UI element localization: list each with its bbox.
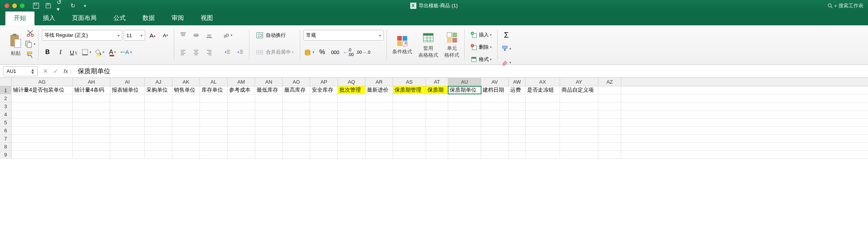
column-header-AI[interactable]: AI (110, 78, 145, 86)
cell-AQ2[interactable] (338, 94, 365, 102)
cell-AV5[interactable] (481, 118, 509, 126)
cell-AG4[interactable] (11, 110, 73, 118)
cell-AI9[interactable] (110, 151, 145, 158)
cell-AJ8[interactable] (145, 143, 172, 150)
cell-AM1[interactable]: 参考成本 (228, 86, 255, 94)
tab-view[interactable]: 视图 (192, 11, 221, 25)
cell-AR3[interactable] (365, 102, 393, 110)
cell-AH3[interactable] (73, 102, 110, 110)
cell-AN1[interactable]: 最低库存 (255, 86, 283, 94)
cell-AY2[interactable] (560, 94, 598, 102)
cell-AZ8[interactable] (598, 143, 621, 150)
cell-AM5[interactable] (228, 118, 255, 126)
tab-insert[interactable]: 插入 (34, 11, 64, 25)
cell-AQ3[interactable] (338, 102, 365, 110)
cell-AV1[interactable]: 建档日期 (481, 86, 509, 94)
cell-AK8[interactable] (172, 143, 200, 150)
cell-AX7[interactable] (526, 135, 560, 142)
cell-AQ1[interactable]: 批次管理 (338, 86, 365, 94)
cell-AU2[interactable] (448, 94, 481, 102)
cell-AW3[interactable] (509, 102, 526, 110)
row-header-5[interactable]: 5 (0, 118, 11, 126)
currency-button[interactable] (303, 46, 315, 58)
align-right-button[interactable] (203, 46, 215, 58)
cell-AK3[interactable] (172, 102, 200, 110)
cell-AI1[interactable]: 报表辅单位 (110, 86, 145, 94)
cell-AQ7[interactable] (338, 135, 365, 142)
cell-AK6[interactable] (172, 127, 200, 134)
merge-center-button[interactable]: 合并后居中 (252, 46, 297, 58)
cell-AP2[interactable] (310, 94, 338, 102)
fx-icon[interactable]: fx (64, 68, 68, 74)
row-header-7[interactable]: 7 (0, 135, 11, 142)
column-header-AH[interactable]: AH (73, 78, 110, 86)
cell-AJ3[interactable] (145, 102, 172, 110)
cell-AP6[interactable] (310, 127, 338, 134)
column-header-AW[interactable]: AW (509, 78, 526, 86)
cell-AX9[interactable] (526, 151, 560, 158)
cell-AW6[interactable] (509, 127, 526, 134)
font-color-button[interactable]: A (107, 46, 118, 58)
cell-AP5[interactable] (310, 118, 338, 126)
align-center-button[interactable] (190, 46, 202, 58)
zoom-window-button[interactable] (20, 3, 25, 8)
cell-AM2[interactable] (228, 94, 255, 102)
cell-AU6[interactable] (448, 127, 481, 134)
cell-AT8[interactable] (426, 143, 448, 150)
cell-AH9[interactable] (73, 151, 110, 158)
cell-AY4[interactable] (560, 110, 598, 118)
tab-home[interactable]: 开始 (5, 11, 34, 25)
tab-formulas[interactable]: 公式 (105, 11, 134, 25)
cell-AU7[interactable] (448, 135, 481, 142)
cell-AJ5[interactable] (145, 118, 172, 126)
cell-AZ9[interactable] (598, 151, 621, 158)
align-bottom-button[interactable] (203, 30, 215, 41)
column-header-AS[interactable]: AS (393, 78, 426, 86)
column-header-AY[interactable]: AY (560, 78, 598, 86)
cell-AM4[interactable] (228, 110, 255, 118)
percent-button[interactable]: % (316, 46, 328, 58)
cell-AI7[interactable] (110, 135, 145, 142)
cell-AU9[interactable] (448, 151, 481, 158)
increase-font-button[interactable]: A▴ (147, 30, 158, 41)
cell-AL5[interactable] (200, 118, 228, 126)
cell-AX2[interactable] (526, 94, 560, 102)
cell-AK1[interactable]: 销售单位 (172, 86, 200, 94)
cell-AJ7[interactable] (145, 135, 172, 142)
column-header-AN[interactable]: AN (255, 78, 283, 86)
column-header-AT[interactable]: AT (426, 78, 448, 86)
row-header-9[interactable]: 9 (0, 151, 11, 158)
cell-AU4[interactable] (448, 110, 481, 118)
cell-AI8[interactable] (110, 143, 145, 150)
cell-AT3[interactable] (426, 102, 448, 110)
delete-cells-button[interactable]: 删除 (468, 41, 495, 53)
cell-AL9[interactable] (200, 151, 228, 158)
cell-AQ6[interactable] (338, 127, 365, 134)
close-window-button[interactable] (5, 3, 9, 8)
cell-AZ4[interactable] (598, 110, 621, 118)
cell-AW8[interactable] (509, 143, 526, 150)
cell-AW5[interactable] (509, 118, 526, 126)
increase-indent-button[interactable] (235, 46, 246, 58)
cell-AS6[interactable] (393, 127, 426, 134)
enter-formula-button[interactable]: ✓ (53, 67, 58, 75)
cell-AL7[interactable] (200, 135, 228, 142)
cell-AN3[interactable] (255, 102, 283, 110)
cell-AZ7[interactable] (598, 135, 621, 142)
row-header-8[interactable]: 8 (0, 143, 11, 150)
cell-AZ2[interactable] (598, 94, 621, 102)
cell-AX8[interactable] (526, 143, 560, 150)
cell-AK4[interactable] (172, 110, 200, 118)
cell-AW4[interactable] (509, 110, 526, 118)
cell-AP9[interactable] (310, 151, 338, 158)
column-header-AR[interactable]: AR (365, 78, 393, 86)
cell-AO2[interactable] (283, 94, 310, 102)
cell-AY9[interactable] (560, 151, 598, 158)
paste-button[interactable]: 粘贴 (7, 27, 25, 63)
cut-icon[interactable] (25, 29, 36, 38)
cell-AR7[interactable] (365, 135, 393, 142)
cell-AX4[interactable] (526, 110, 560, 118)
cell-AM8[interactable] (228, 143, 255, 150)
cell-AO8[interactable] (283, 143, 310, 150)
cell-AG3[interactable] (11, 102, 73, 110)
